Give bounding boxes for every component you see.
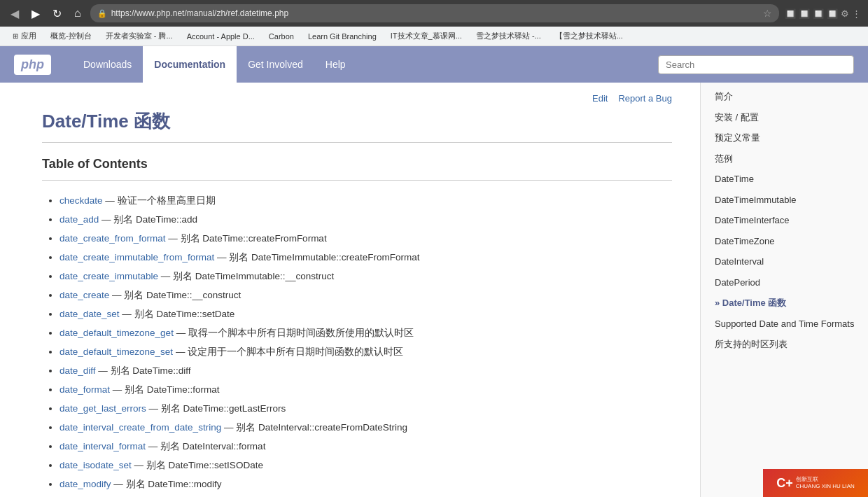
list-item: date_get_last_errors — 别名 DateTime::getL…: [59, 399, 672, 418]
browser-toolbar-icons: 🔲 🔲 🔲 🔲 ⚙ ⋮: [785, 8, 861, 19]
list-item: date_create_immutable_from_format — 别名 D…: [59, 248, 672, 267]
list-item: date_date_set — 别名 DateTime::setDate: [59, 304, 672, 323]
back-button[interactable]: ◀: [7, 6, 22, 22]
star-icon[interactable]: ☆: [763, 8, 772, 19]
toc-link[interactable]: date_add: [59, 214, 99, 225]
toc-link[interactable]: date_modify: [59, 479, 111, 489]
sidebar-link[interactable]: 安装 / 配置: [715, 112, 759, 122]
url-text: https://www.php.net/manual/zh/ref.dateti…: [111, 8, 759, 18]
home-button[interactable]: ⌂: [71, 6, 85, 21]
sidebar-item[interactable]: 安装 / 配置: [701, 107, 868, 128]
extension-icon-2[interactable]: 🔲: [799, 8, 810, 19]
extension-icon-3[interactable]: 🔲: [813, 8, 824, 19]
forward-button[interactable]: ▶: [28, 6, 43, 22]
toc-link[interactable]: date_create_immutable: [59, 271, 158, 281]
sidebar-item[interactable]: Date/Time 函数: [701, 293, 868, 314]
ad-text: 创新互联CHUANG XIN HU LIAN: [796, 476, 855, 491]
sidebar-link[interactable]: 范例: [715, 153, 733, 164]
toc-link[interactable]: date_diff: [59, 365, 96, 376]
sidebar-link[interactable]: 所支持的时区列表: [715, 339, 788, 349]
php-logo[interactable]: php: [14, 55, 51, 75]
toc-link[interactable]: date_interval_create_from_date_string: [59, 422, 221, 433]
bookmark-gitbranching[interactable]: Learn Git Branching: [302, 31, 382, 42]
toc-link[interactable]: date_format: [59, 384, 110, 395]
ad-banner[interactable]: C+ 创新互联CHUANG XIN HU LIAN: [763, 469, 868, 497]
extension-icon-4[interactable]: 🔲: [827, 8, 838, 19]
toc-link[interactable]: checkdate: [59, 195, 103, 206]
list-item: date_default_timezone_set — 设定用于一个脚本中所有日…: [59, 342, 672, 361]
extension-icon-1[interactable]: 🔲: [785, 8, 796, 19]
list-item: date_format — 别名 DateTime::format: [59, 380, 672, 399]
nav-downloads[interactable]: Downloads: [72, 46, 143, 83]
bookmark-apple[interactable]: Account - Apple D...: [181, 31, 260, 42]
sidebar-item[interactable]: DateTimeInterface: [701, 210, 868, 231]
sidebar: 简介安装 / 配置预定义常量范例DateTimeDateTimeImmutabl…: [700, 83, 868, 497]
toc-link[interactable]: date_isodate_set: [59, 460, 132, 470]
toc-link[interactable]: date_get_last_errors: [59, 403, 146, 414]
apps-icon: ⊞: [13, 32, 18, 40]
nav-get-involved[interactable]: Get Involved: [237, 46, 314, 83]
toc-heading: Table of Contents: [42, 157, 672, 172]
extension-icon-5[interactable]: ⚙: [841, 8, 849, 19]
sidebar-item[interactable]: DateTimeZone: [701, 231, 868, 252]
list-item: checkdate — 验证一个格里高里日期: [59, 191, 672, 210]
main-layout: Edit Report a Bug Date/Time 函数 Table of …: [0, 83, 868, 497]
list-item: date_offset_get — 别名 DateTime::getOffset: [59, 493, 672, 497]
list-item: date_create_from_format — 别名 DateTime::c…: [59, 229, 672, 248]
bookmark-imooc[interactable]: IT技术文章_慕课网...: [385, 29, 468, 43]
toc-link[interactable]: date_default_timezone_set: [59, 346, 173, 357]
sidebar-link[interactable]: DatePeriod: [715, 277, 760, 288]
sidebar-link[interactable]: Supported Date and Time Formats: [715, 318, 854, 329]
bookmark-xuezhi1[interactable]: 雪之梦技术驿站 -...: [470, 29, 547, 43]
bookmark-devlab[interactable]: 开发者实验室 - 腾...: [100, 29, 178, 43]
sidebar-link[interactable]: DateInterval: [715, 256, 764, 267]
bookmark-xuezhi2[interactable]: 【雪之梦技术驿站...: [550, 29, 629, 43]
sidebar-item[interactable]: DateTimeImmutable: [701, 190, 868, 211]
sidebar-item[interactable]: 简介: [701, 86, 868, 107]
report-bug-link[interactable]: Report a Bug: [618, 93, 672, 104]
toc-divider: [42, 180, 672, 181]
bookmark-apps[interactable]: ⊞ 应用: [7, 29, 42, 43]
sidebar-item[interactable]: DateInterval: [701, 251, 868, 272]
list-item: date_interval_format — 别名 DateInterval::…: [59, 437, 672, 456]
list-item: date_add — 别名 DateTime::add: [59, 210, 672, 229]
sidebar-item[interactable]: DatePeriod: [701, 272, 868, 293]
sidebar-link[interactable]: DateTimeInterface: [715, 215, 789, 225]
ad-logo: C+: [776, 476, 793, 491]
list-item: date_interval_create_from_date_string — …: [59, 418, 672, 437]
content-area: Edit Report a Bug Date/Time 函数 Table of …: [0, 83, 700, 497]
sidebar-link[interactable]: DateTime: [715, 174, 754, 184]
sidebar-item[interactable]: 预定义常量: [701, 127, 868, 148]
bookmark-carbon[interactable]: Carbon: [263, 31, 300, 42]
toc-link[interactable]: date_create: [59, 290, 109, 300]
sidebar-item[interactable]: 范例: [701, 148, 868, 169]
sidebar-item[interactable]: DateTime: [701, 169, 868, 190]
list-item: date_create — 别名 DateTime::__construct: [59, 286, 672, 304]
edit-row: Edit Report a Bug: [42, 93, 672, 104]
sidebar-link[interactable]: 简介: [715, 91, 733, 102]
list-item: date_create_immutable — 别名 DateTimeImmut…: [59, 267, 672, 286]
nav-help[interactable]: Help: [314, 46, 357, 83]
search-input[interactable]: [658, 55, 854, 74]
php-header: php Downloads Documentation Get Involved…: [0, 46, 868, 83]
more-button[interactable]: ⋮: [852, 8, 861, 19]
page-title: Date/Time 函数: [42, 109, 672, 143]
edit-link[interactable]: Edit: [592, 93, 608, 104]
sidebar-item[interactable]: 所支持的时区列表: [701, 334, 868, 355]
sidebar-link[interactable]: 预定义常量: [715, 132, 760, 143]
list-item: date_default_timezone_get — 取得一个脚本中所有日期时…: [59, 323, 672, 342]
search-box: [658, 55, 854, 74]
toc-link[interactable]: date_create_from_format: [59, 233, 166, 244]
toc-link[interactable]: date_date_set: [59, 309, 120, 319]
toc-link[interactable]: date_create_immutable_from_format: [59, 252, 214, 262]
nav-documentation[interactable]: Documentation: [143, 46, 237, 83]
address-bar[interactable]: 🔒 https://www.php.net/manual/zh/ref.date…: [90, 4, 779, 22]
toc-link[interactable]: date_interval_format: [59, 441, 146, 451]
sidebar-link[interactable]: DateTimeImmutable: [715, 195, 797, 205]
sidebar-link[interactable]: DateTimeZone: [715, 236, 775, 246]
refresh-button[interactable]: ↻: [49, 6, 65, 22]
toc-list: checkdate — 验证一个格里高里日期date_add — 别名 Date…: [42, 191, 672, 497]
bookmark-console[interactable]: 概览-控制台: [45, 29, 97, 43]
toc-link[interactable]: date_default_timezone_get: [59, 328, 174, 338]
sidebar-item[interactable]: Supported Date and Time Formats: [701, 314, 868, 335]
